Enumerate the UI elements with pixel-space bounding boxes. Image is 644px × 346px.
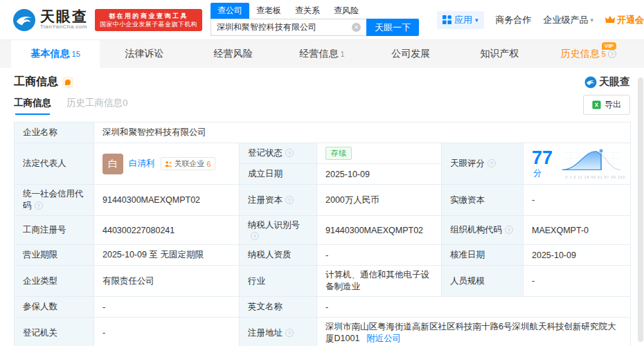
- search-tab-risk[interactable]: 查风险: [327, 3, 366, 19]
- page-scrollbar[interactable]: [638, 78, 643, 342]
- section-title: 工商信息: [14, 75, 58, 89]
- value-company-name: 深圳和聚智控科技有限公司: [94, 122, 631, 143]
- table-row: 营业期限 2025-10-09 至 无固定期限 纳税人资质 - 核准日期 202…: [15, 245, 631, 266]
- search-tab-boss[interactable]: 查老板: [249, 3, 288, 19]
- tab-operation-risk[interactable]: 经营风险: [189, 40, 278, 68]
- label-credit-code: 统一社会信用代码?: [15, 185, 94, 216]
- business-info-table: 企业名称 深圳和聚智控科技有限公司 法定代表人 白 白清利 关联企业 6: [14, 122, 631, 346]
- tab-company-development[interactable]: 公司发展: [366, 40, 455, 68]
- enterprise-label: 企业级产品: [544, 14, 589, 26]
- vip-label: 开通会员: [617, 14, 644, 26]
- value-taxpayer-id: 91440300MAEXQMPT02: [317, 216, 442, 245]
- export-button[interactable]: 导出: [583, 95, 630, 115]
- tianyancha-logo-icon: [12, 8, 36, 32]
- score-number: 77: [532, 147, 553, 168]
- value-english-name: -: [317, 297, 631, 318]
- nearby-companies-link[interactable]: 附近公司: [366, 334, 401, 343]
- tab-label: 法律诉讼: [125, 48, 163, 60]
- search-tabs: 查公司 查老板 查关系 查风险: [211, 3, 419, 19]
- label-approval-date: 核准日期: [442, 245, 524, 266]
- table-row: 工商注册号 440300227080241 纳税人识别号? 91440300MA…: [15, 216, 631, 245]
- table-row: 企业类型 有限责任公司 行业 计算机、通信和其他电子设备制造业 人员规模 -: [15, 266, 631, 297]
- search-box: 查公司 查老板 查关系 查风险 ✕ 天眼一下: [211, 3, 419, 36]
- tianyancha-logo[interactable]: 天眼查 TianYanCha.com: [12, 8, 88, 32]
- label-business-term: 营业期限: [15, 245, 94, 266]
- table-row: 登记机关 - 注册地址? 深圳市南山区粤海街道高新区社区科技南十路6号深圳航天科…: [15, 318, 631, 346]
- related-companies-badge[interactable]: 关联企业 6: [161, 157, 215, 170]
- clear-icon[interactable]: ✕: [352, 23, 361, 32]
- legal-rep-name-link[interactable]: 白清利: [129, 158, 155, 170]
- tab-history-info[interactable]: VIP 历史信息 5 ?: [544, 40, 633, 68]
- search-input[interactable]: [211, 19, 366, 36]
- nav-enterprise[interactable]: 企业级产品 ▾: [544, 14, 594, 26]
- legal-rep-avatar[interactable]: 白: [102, 154, 123, 174]
- value-approval-date: 2025-10-09: [524, 245, 631, 266]
- help-icon[interactable]: ?: [285, 149, 294, 157]
- label-reg-number: 工商注册号: [15, 216, 94, 245]
- help-icon[interactable]: ?: [285, 196, 294, 204]
- score-distribution-chart: 0 1 5 11 18 45 61 97 99 100: [561, 147, 622, 180]
- value-reg-authority: -: [94, 318, 240, 346]
- tab-legal[interactable]: 法律诉讼: [100, 40, 188, 68]
- label-reg-capital: 注册资本?: [240, 185, 317, 216]
- export-label: 导出: [605, 99, 621, 111]
- help-icon[interactable]: ?: [285, 329, 294, 337]
- apps-menu[interactable]: 应用 ▾: [437, 11, 484, 29]
- table-row: 统一社会信用代码? 91440300MAEXQMPT02 注册资本? 2000万…: [15, 185, 631, 216]
- help-icon[interactable]: ?: [251, 232, 259, 240]
- label-reg-status: 登记状态?: [240, 143, 317, 164]
- label-staff-size: 人员规模: [442, 266, 524, 297]
- label-establish-date: 成立日期: [240, 164, 317, 185]
- help-icon[interactable]: ?: [505, 226, 513, 234]
- value-legal-rep: 白 白清利 关联企业 6: [94, 143, 240, 185]
- apps-label: 应用: [454, 14, 472, 26]
- label-tianyan-score: 天眼评分?: [442, 143, 524, 185]
- label-company-type: 企业类型: [15, 266, 94, 297]
- value-establish-date: 2025-10-09: [317, 164, 442, 185]
- logo-subtitle: TianYanCha.com: [40, 24, 88, 30]
- vip-badge: VIP: [602, 42, 616, 50]
- watermark-logo: 天眼查: [584, 75, 630, 89]
- label-reg-authority: 登记机关: [15, 318, 94, 346]
- tab-count: 5: [602, 50, 606, 58]
- tab-basic-info[interactable]: 基本信息 15: [11, 40, 100, 68]
- label-taxpayer-quality: 纳税人资质: [240, 245, 317, 266]
- tab-label: 知识产权: [481, 48, 519, 60]
- search-tab-relation[interactable]: 查关系: [288, 3, 327, 19]
- label-taxpayer-id: 纳税人识别号?: [240, 216, 317, 245]
- value-industry: 计算机、通信和其他电子设备制造业: [317, 266, 442, 297]
- value-reg-number: 440300227080241: [94, 216, 240, 245]
- label-reg-address: 注册地址?: [240, 318, 317, 346]
- status-badge: 存续: [325, 147, 352, 160]
- main-tabbar: 基本信息 15 法律诉讼 经营风险 经营信息 1 公司发展 知识产权 VIP 历…: [0, 40, 644, 68]
- value-credit-code: 91440300MAEXQMPT02: [94, 185, 240, 216]
- slogan-badge: 都在用的商业查询工具 国家中小企业发展子基金旗下机构: [95, 9, 202, 31]
- crown-icon: [605, 16, 615, 24]
- caret-down-icon: ▾: [591, 17, 594, 24]
- help-icon[interactable]: ?: [35, 201, 43, 210]
- score-axis-ticks: 0 1 5 11 18 45 61 97 99 100: [566, 176, 618, 179]
- help-icon[interactable]: ?: [608, 50, 616, 58]
- table-row: 参保人数 - 英文名称 -: [15, 297, 631, 318]
- value-staff-size: -: [524, 266, 631, 297]
- tab-label: 公司发展: [391, 48, 430, 60]
- tab-label: 经营风险: [214, 48, 253, 60]
- help-icon[interactable]: ?: [488, 159, 496, 167]
- tab-intellectual-property[interactable]: 知识产权: [455, 40, 544, 68]
- search-button[interactable]: 天眼一下: [366, 19, 419, 36]
- watermark-text: 天眼查: [599, 75, 630, 89]
- value-reg-status: 存续: [317, 143, 442, 164]
- related-companies-label: 关联企业: [175, 158, 205, 169]
- search-tab-company[interactable]: 查公司: [211, 3, 249, 19]
- value-tianyan-score[interactable]: 77分: [524, 143, 631, 185]
- related-companies-count: 6: [207, 160, 211, 168]
- subtab-history-business-info[interactable]: 历史工商信息0: [66, 97, 128, 115]
- tab-operation-info[interactable]: 经营信息 1: [278, 40, 366, 68]
- header-nav: 应用 ▾ 商务合作 企业级产品 ▾ 开通会员 ▾ 费米 ▾: [437, 11, 644, 29]
- tab-label: 经营信息: [299, 48, 338, 60]
- value-company-type: 有限责任公司: [94, 266, 240, 297]
- nav-cooperation[interactable]: 商务合作: [496, 14, 532, 26]
- nav-open-vip[interactable]: 开通会员 ▾: [605, 14, 644, 26]
- top-header: 天眼查 TianYanCha.com 都在用的商业查询工具 国家中小企业发展子基…: [0, 0, 644, 40]
- subtab-current-business-info[interactable]: 工商信息: [14, 97, 51, 115]
